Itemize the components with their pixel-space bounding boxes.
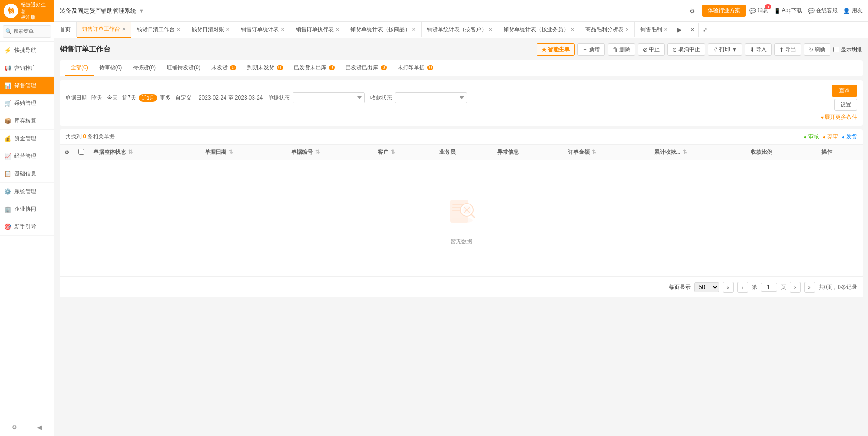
online-service-button[interactable]: 💬 在线客服: [808, 7, 838, 14]
date-more[interactable]: 更多: [158, 93, 173, 103]
tab-summary-staff-close[interactable]: ✕: [571, 27, 574, 32]
cancel-stop-button[interactable]: ⊙ 取消中止: [667, 43, 705, 56]
tab-sales-more[interactable]: 销售毛利 ✕: [635, 22, 673, 37]
tab-home[interactable]: 首页: [54, 22, 77, 37]
table-count: 共找到 0 条相关单据: [65, 133, 115, 141]
app-download-button[interactable]: 📱 App下载: [774, 7, 802, 14]
page-input[interactable]: [761, 283, 777, 292]
query-button[interactable]: 查询: [832, 85, 857, 97]
prev-page-button[interactable]: ‹: [737, 282, 748, 293]
date-custom[interactable]: 自定义: [173, 93, 193, 103]
payment-select[interactable]: [395, 92, 467, 103]
next-page-button[interactable]: ›: [790, 282, 801, 293]
revoke-dot: ●: [823, 134, 826, 140]
expand-button[interactable]: ▾ 展开更多条件: [821, 114, 857, 121]
sort-number-icon[interactable]: ⇅: [315, 149, 320, 155]
sort-amount-icon[interactable]: ⇅: [592, 149, 596, 155]
user-menu[interactable]: 👤 用友: [843, 7, 863, 14]
sidebar-settings-btn[interactable]: ⚙: [4, 422, 25, 432]
stop-button[interactable]: ⊘ 中止: [638, 43, 665, 56]
tab-sales-stats-close[interactable]: ✕: [281, 27, 284, 32]
marketing-icon: 📢: [4, 64, 12, 72]
smart-create-button[interactable]: ★ 智能生单: [537, 43, 575, 56]
sort-collected-icon[interactable]: ⇅: [683, 149, 687, 155]
tab-sales-stats[interactable]: 销售订单统计表 ✕: [235, 22, 290, 37]
select-all-checkbox[interactable]: [78, 149, 84, 155]
tab-more-button[interactable]: ▶: [673, 23, 686, 37]
sidebar-item-operation[interactable]: 📈 经营管理: [0, 147, 54, 165]
tab-summary-customer-close[interactable]: ✕: [489, 27, 492, 32]
sidebar-quick-nav[interactable]: ⚡ 快捷导航: [0, 42, 54, 59]
tab-sales-exec-close[interactable]: ✕: [336, 27, 339, 32]
tab-sales-summary-customer[interactable]: 销货单统计表（按客户） ✕: [422, 22, 498, 37]
tab-sales-order[interactable]: 销售订单工作台 ✕: [77, 22, 131, 38]
tab-expand-button[interactable]: ⤢: [699, 23, 711, 37]
tab-summary-product-close[interactable]: ✕: [412, 27, 416, 32]
delete-button[interactable]: 🗑 删除: [608, 43, 635, 56]
refresh-button[interactable]: ↻ 刷新: [804, 43, 830, 56]
tab-sales-summary-product[interactable]: 销货单统计表（按商品） ✕: [345, 22, 422, 37]
sidebar-item-sales[interactable]: 📊 销售管理: [0, 77, 54, 95]
filter-tab-shipped-out[interactable]: 已发货已出库 0: [340, 60, 392, 76]
no-data-icon: [64, 191, 858, 233]
sidebar-item-purchase[interactable]: 🛒 采购管理: [0, 95, 54, 112]
sidebar-item-basic[interactable]: 📋 基础信息: [0, 165, 54, 183]
tab-sales-exec[interactable]: 销售订单执行表 ✕: [290, 22, 345, 37]
date-1month[interactable]: 近1月: [139, 94, 157, 102]
tab-cash-daily[interactable]: 钱货日清工作台 ✕: [131, 22, 186, 37]
filter-tab-not-shipped[interactable]: 未发货 0: [206, 60, 242, 76]
show-detail-label[interactable]: 显示明细: [833, 46, 863, 53]
revoke-button[interactable]: ● 弃审: [823, 133, 838, 141]
sidebar-item-inventory[interactable]: 📦 库存核算: [0, 112, 54, 130]
send-button[interactable]: ● 发货: [842, 133, 857, 141]
tab-cash-reconcile-close[interactable]: ✕: [226, 27, 230, 32]
th-checkbox[interactable]: [74, 145, 89, 160]
tab-sales-order-close[interactable]: ✕: [122, 27, 125, 32]
new-button[interactable]: ＋ 新增: [577, 43, 605, 56]
sidebar-collapse-btn[interactable]: ◀: [29, 422, 51, 432]
approve-button[interactable]: ● 审核: [803, 133, 819, 141]
page-size-select[interactable]: 50 10 20 100: [694, 282, 719, 292]
tab-product-margin[interactable]: 商品毛利分析表 ✕: [580, 22, 635, 37]
filter-tab-pending-review[interactable]: 待审核(0): [94, 60, 128, 76]
tab-cash-daily-close[interactable]: ✕: [177, 27, 180, 32]
search-menu-button[interactable]: 🔍 搜索菜单: [3, 25, 51, 38]
message-button[interactable]: 💬 消息 6: [749, 7, 768, 14]
export-button[interactable]: ⬆ 导出: [774, 43, 801, 56]
sort-date-icon[interactable]: ⇅: [229, 149, 233, 155]
filter-tab-overdue[interactable]: 到期未发货 0: [242, 60, 288, 76]
date-7days[interactable]: 近7天: [120, 93, 138, 103]
print-button[interactable]: 🖨 打印 ▼: [708, 43, 742, 56]
tab-product-margin-close[interactable]: ✕: [625, 27, 629, 32]
tab-close-all-button[interactable]: ✕: [686, 23, 699, 37]
th-settings[interactable]: ⚙: [60, 145, 74, 160]
sidebar-item-marketing[interactable]: 📢 营销推广: [0, 59, 54, 77]
search-setting-button[interactable]: 设置: [834, 99, 857, 111]
topbar-dropdown-icon[interactable]: ▼: [139, 8, 144, 14]
last-page-button[interactable]: »: [804, 282, 815, 293]
sidebar-item-system[interactable]: ⚙️ 系统管理: [0, 183, 54, 200]
sidebar-item-enterprise[interactable]: 🏢 企业协同: [0, 200, 54, 218]
filter-tab-pending-inspect[interactable]: 待拣货(0): [127, 60, 161, 76]
topbar-settings-icon[interactable]: ⚙: [686, 5, 699, 17]
date-yesterday[interactable]: 昨天: [90, 93, 104, 103]
import-button[interactable]: ⬇ 导入: [745, 43, 772, 56]
tab-sales-more-close[interactable]: ✕: [664, 27, 667, 32]
status-select[interactable]: [293, 92, 365, 103]
sidebar-item-finance[interactable]: 💰 资金管理: [0, 130, 54, 147]
filter-tab-not-printed[interactable]: 未打印单据 0: [392, 60, 439, 76]
page-toolbar: ★ 智能生单 ＋ 新增 🗑 删除 ⊘ 中止 ⊙ 取消中止: [537, 43, 863, 56]
filter-tab-wangpu[interactable]: 旺铺待发货(0): [161, 60, 206, 76]
date-today[interactable]: 今天: [105, 93, 120, 103]
trial-button[interactable]: 体验行业方案: [702, 5, 746, 17]
tab-sales-summary-staff[interactable]: 销货单统计表（按业务员） ✕: [498, 22, 580, 37]
show-detail-checkbox[interactable]: [833, 47, 839, 52]
filter-tab-all[interactable]: 全部(0): [65, 60, 94, 76]
search-bar: 单据日期 昨天 今天 近7天 近1月 更多 自定义 2023-02-24 至 2…: [60, 80, 863, 126]
sort-status-icon[interactable]: ⇅: [128, 149, 133, 155]
sidebar-item-guide[interactable]: 🎯 新手引导: [0, 218, 54, 236]
first-page-button[interactable]: «: [723, 282, 734, 293]
sort-customer-icon[interactable]: ⇅: [391, 149, 395, 155]
tab-cash-reconcile[interactable]: 钱货日清对账 ✕: [186, 22, 235, 37]
filter-tab-shipped-not-out[interactable]: 已发货未出库 0: [288, 60, 340, 76]
